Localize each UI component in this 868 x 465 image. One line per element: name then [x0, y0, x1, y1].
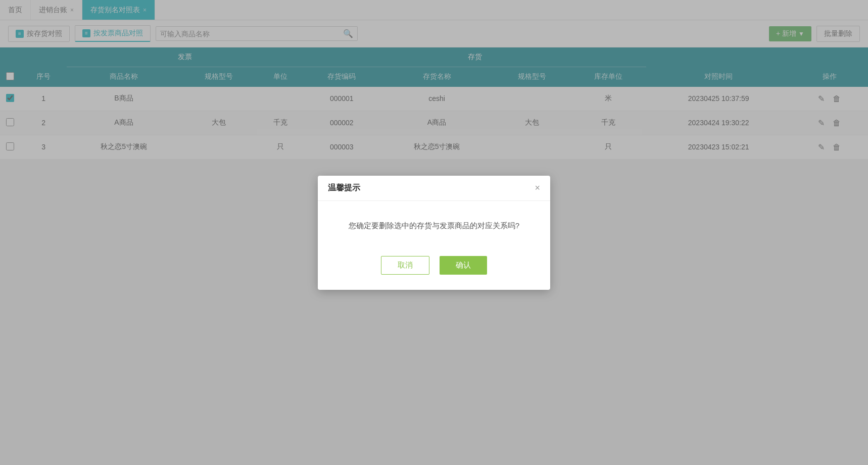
dialog-overlay: 温馨提示 × 您确定要删除选中的存货与发票商品的对应关系吗? 取消 确认 [0, 0, 868, 160]
